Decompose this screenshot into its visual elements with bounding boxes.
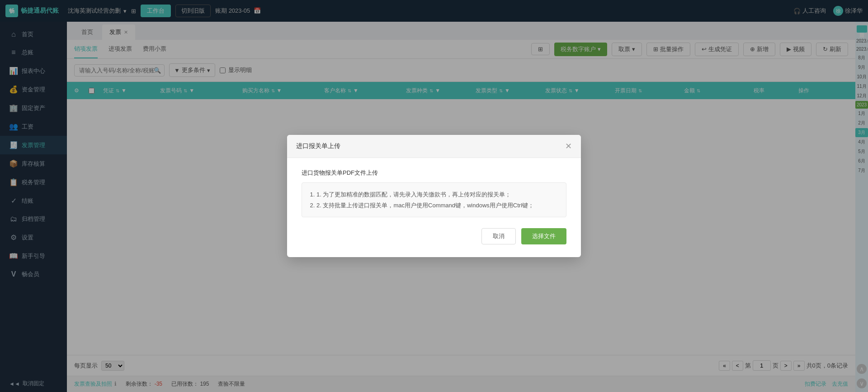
modal-info-box: 1. 为了更加精准的数据匹配，请先录入海关缴款书，再上传对应的报关单； 2. 支… <box>302 182 566 217</box>
modal-title: 进口报关单上传 <box>296 142 340 150</box>
import-customs-modal: 进口报关单上传 ✕ 进口货物报关单PDF文件上传 1. 为了更加精准的数据匹配，… <box>287 135 581 257</box>
modal-close-button[interactable]: ✕ <box>565 141 572 151</box>
modal-footer: 取消 选择文件 <box>302 228 566 248</box>
modal-header: 进口报关单上传 ✕ <box>287 135 581 158</box>
modal-info-item-1: 2. 支持批量上传进口报关单，mac用户使用Command键，windows用户… <box>316 200 559 210</box>
modal-info-item-0: 1. 为了更加精准的数据匹配，请先录入海关缴款书，再上传对应的报关单； <box>316 189 559 200</box>
modal-confirm-button[interactable]: 选择文件 <box>521 228 566 244</box>
modal-overlay: 进口报关单上传 ✕ 进口货物报关单PDF文件上传 1. 为了更加精准的数据匹配，… <box>0 0 868 392</box>
modal-body: 进口货物报关单PDF文件上传 1. 为了更加精准的数据匹配，请先录入海关缴款书，… <box>287 158 581 257</box>
modal-cancel-button[interactable]: 取消 <box>481 228 516 244</box>
modal-section-title: 进口货物报关单PDF文件上传 <box>302 169 566 177</box>
